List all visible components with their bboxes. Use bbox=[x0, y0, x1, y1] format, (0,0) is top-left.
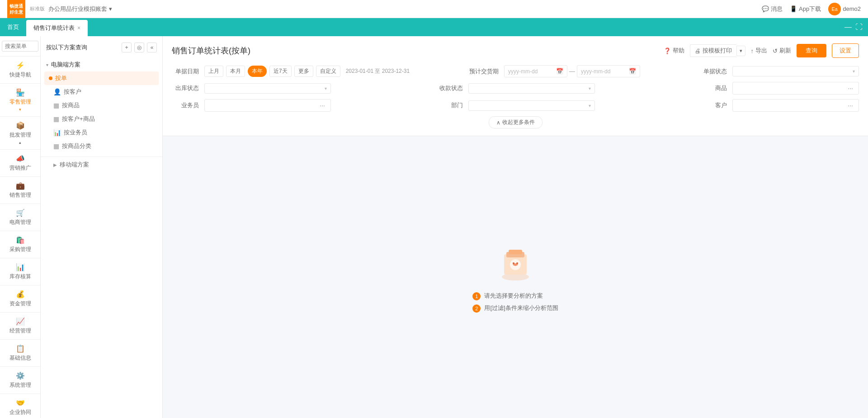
customer-ellipsis-btn[interactable]: ··· bbox=[846, 102, 855, 109]
payment-status-select[interactable]: ▾ bbox=[468, 83, 595, 94]
help-btn[interactable]: ❓ 帮助 bbox=[664, 47, 684, 55]
pc-scheme-title[interactable]: ▾ 电脑端方案 bbox=[41, 58, 162, 71]
title-actions: ❓ 帮助 🖨 按模板打印 ▾ ↑ 导出 bbox=[664, 43, 859, 58]
date-btn-this-year[interactable]: 本年 bbox=[248, 66, 267, 77]
tab-bar: 首页 销售订单统计表 × — ⛶ bbox=[0, 18, 868, 36]
salesperson-select[interactable]: ··· bbox=[204, 99, 331, 112]
scheme-by-customer-goods[interactable]: ▦ 按客户+商品 bbox=[41, 112, 162, 126]
title-dropdown-btn[interactable]: ▾ bbox=[109, 5, 112, 12]
template-print-main-btn[interactable]: 🖨 按模板打印 bbox=[690, 44, 736, 57]
filter-row-2: 出库状态 ▾ 收款状态 ▾ 商品 ··· bbox=[172, 82, 859, 95]
date-btn-this-month[interactable]: 本月 bbox=[226, 66, 245, 77]
empty-state: 1 请先选择要分析的方案 2 用[过滤]条件来缩小分析范围 bbox=[472, 238, 558, 316]
add-scheme-btn[interactable]: + bbox=[122, 43, 132, 52]
tab-home[interactable]: 首页 bbox=[0, 18, 26, 36]
settings-scheme-btn[interactable]: ◎ bbox=[134, 43, 144, 52]
bill-status-label: 单据状态 bbox=[700, 67, 727, 76]
collapse-panel-btn[interactable]: « bbox=[147, 43, 157, 52]
goods-ellipsis-btn[interactable]: ··· bbox=[846, 85, 855, 92]
by-customer-goods-icon: ▦ bbox=[53, 115, 59, 123]
date-btn-custom[interactable]: 自定义 bbox=[316, 66, 340, 77]
payment-status-arrow: ▾ bbox=[589, 86, 591, 91]
svg-rect-3 bbox=[509, 250, 522, 254]
mobile-section-arrow: ▶ bbox=[53, 162, 57, 167]
settings-btn[interactable]: 设置 bbox=[832, 43, 859, 58]
purchase-icon: 🛍️ bbox=[16, 236, 25, 244]
inventory-icon: 📊 bbox=[16, 263, 25, 271]
basic-icon: 📋 bbox=[16, 344, 25, 353]
page-title-row: 销售订单统计表(按单) ❓ 帮助 🖨 按模板打印 ▾ bbox=[172, 43, 859, 58]
sidebar-item-marketing[interactable]: 📣 营销推广 bbox=[0, 150, 40, 177]
sidebar-item-cooperation[interactable]: 🤝 企业协同 bbox=[0, 394, 40, 418]
date-btn-last-month[interactable]: 上月 bbox=[204, 66, 223, 77]
salesperson-ellipsis-btn[interactable]: ··· bbox=[318, 102, 327, 109]
operation-icon: 📈 bbox=[16, 317, 25, 326]
expected-date-from[interactable]: yyyy-mm-dd 📅 bbox=[504, 65, 567, 77]
top-bar: 畅捷通 好生意 标准版 办公用品行业模拟账套 ▾ 💬 消息 📱 App下载 Ea… bbox=[0, 0, 868, 18]
collapse-icon: ∧ bbox=[496, 119, 500, 126]
template-print-dropdown-btn[interactable]: ▾ bbox=[736, 46, 745, 56]
goods-select[interactable]: ··· bbox=[732, 82, 859, 95]
sidebar-item-sales[interactable]: 💼 销售管理 bbox=[0, 177, 40, 204]
date-btn-more[interactable]: 更多 bbox=[294, 66, 313, 77]
customer-select[interactable]: ··· bbox=[732, 99, 859, 112]
search-btn[interactable]: 查询 bbox=[797, 44, 826, 57]
empty-step-2: 2 用[过滤]条件来缩小分析范围 bbox=[472, 304, 558, 313]
delivery-status-select[interactable]: ▾ bbox=[204, 83, 331, 94]
sidebar-item-wholesale[interactable]: 📦 批发管理 ▴ bbox=[0, 117, 40, 150]
sidebar-item-finance[interactable]: 💰 资金管理 bbox=[0, 285, 40, 313]
sidebar-item-basic[interactable]: 📋 基础信息 bbox=[0, 340, 40, 367]
logo: 畅捷通 好生意 bbox=[7, 0, 25, 18]
message-btn[interactable]: 💬 消息 bbox=[762, 5, 783, 13]
tab-sales-order-summary[interactable]: 销售订单统计表 × bbox=[26, 20, 88, 36]
expected-date-to[interactable]: yyyy-mm-dd 📅 bbox=[577, 65, 640, 77]
user-menu-btn[interactable]: Ea demo2 bbox=[828, 3, 861, 15]
scheme-by-salesperson[interactable]: 📊 按业务员 bbox=[41, 126, 162, 139]
right-panel: 销售订单统计表(按单) ❓ 帮助 🖨 按模板打印 ▾ bbox=[163, 36, 868, 418]
sales-icon: 💼 bbox=[16, 181, 25, 190]
active-scheme-by-order[interactable]: 按单 bbox=[44, 71, 159, 85]
department-select[interactable]: ▾ bbox=[468, 100, 595, 111]
goods-label: 商品 bbox=[700, 84, 727, 92]
export-btn[interactable]: ↑ 导出 bbox=[751, 47, 768, 55]
bill-status-arrow: ▾ bbox=[853, 69, 855, 74]
sidebar-item-retail[interactable]: 🏪 零售管理 ▾ bbox=[0, 84, 40, 117]
date-btn-last-7-days[interactable]: 近7天 bbox=[269, 66, 292, 77]
app-download-btn[interactable]: 📱 App下载 bbox=[790, 5, 821, 13]
salesperson-label: 业务员 bbox=[172, 101, 199, 109]
top-bar-right: 💬 消息 📱 App下载 Ea demo2 bbox=[762, 3, 861, 15]
scheme-by-goods-category[interactable]: ▦ 按商品分类 bbox=[41, 139, 162, 153]
mobile-scheme-section[interactable]: ▶ 移动端方案 bbox=[41, 159, 162, 171]
sidebar-item-operation[interactable]: 📈 经营管理 bbox=[0, 313, 40, 340]
help-icon: ❓ bbox=[664, 48, 671, 54]
empty-step-1: 1 请先选择要分析的方案 bbox=[472, 292, 558, 300]
collapse-bar: ∧ 收起更多条件 bbox=[172, 116, 859, 128]
pc-scheme-section: ▾ 电脑端方案 按单 👤 按客户 ▦ 按商品 ▦ bbox=[41, 56, 162, 155]
refresh-btn[interactable]: ↺ 刷新 bbox=[773, 47, 791, 55]
date-filter-group: 上月 本月 本年 近7天 更多 自定义 bbox=[204, 66, 340, 77]
calendar-icon-to: 📅 bbox=[629, 68, 636, 75]
content-area: 按以下方案查询 + ◎ « ▾ 电脑端方案 按单 bbox=[41, 36, 868, 418]
tab-fullscreen-icon[interactable]: ⛶ bbox=[855, 23, 863, 31]
sidebar-item-inventory[interactable]: 📊 库存核算 bbox=[0, 258, 40, 285]
tab-minimize-icon[interactable]: — bbox=[844, 23, 852, 31]
sidebar-nav-shortcuts[interactable]: ⚡ 快捷导航 bbox=[0, 57, 40, 84]
department-arrow: ▾ bbox=[589, 103, 591, 108]
avatar: Ea bbox=[828, 3, 841, 15]
pc-section-arrow: ▾ bbox=[46, 62, 48, 67]
by-customer-icon: 👤 bbox=[53, 88, 61, 95]
filter-row-1: 单据日期 上月 本月 本年 近7天 更多 自定义 2023-01-01 至 20… bbox=[172, 65, 859, 77]
scheme-by-goods[interactable]: ▦ 按商品 bbox=[41, 99, 162, 112]
page-title: 销售订单统计表(按单) bbox=[172, 45, 250, 56]
sidebar-item-ecommerce[interactable]: 🛒 电商管理 bbox=[0, 204, 40, 231]
sidebar-item-system[interactable]: ⚙️ 系统管理 bbox=[0, 367, 40, 394]
sidebar-search-item bbox=[0, 36, 40, 57]
bill-status-select[interactable]: ▾ bbox=[732, 66, 859, 76]
sidebar-item-purchase[interactable]: 🛍️ 采购管理 bbox=[0, 231, 40, 258]
phone-icon: 📱 bbox=[790, 5, 797, 12]
scheme-by-customer[interactable]: 👤 按客户 bbox=[41, 85, 162, 99]
search-input[interactable] bbox=[2, 41, 38, 52]
collapse-more-btn[interactable]: ∧ 收起更多条件 bbox=[489, 116, 542, 128]
query-section: 销售订单统计表(按单) ❓ 帮助 🖨 按模板打印 ▾ bbox=[163, 36, 868, 136]
tab-close-btn[interactable]: × bbox=[77, 25, 80, 31]
